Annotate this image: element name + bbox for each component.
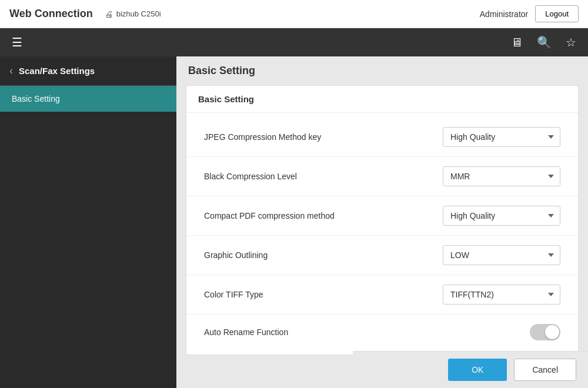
graphic-outlining-control: LOW MEDIUM HIGH [443, 245, 560, 265]
compact-pdf-dropdown[interactable]: High Quality Standard Low Quality [443, 206, 560, 226]
back-icon: ‹ [9, 65, 13, 76]
setting-row-auto-rename: Auto Rename Function [186, 315, 578, 350]
color-tiff-control: TIFF(TTN2) TIFF(TTN1) [443, 285, 560, 305]
auto-rename-toggle[interactable] [530, 324, 560, 340]
cancel-button[interactable]: Cancel [514, 359, 576, 381]
sidebar-item-basic-setting[interactable]: Basic Setting [0, 86, 176, 112]
color-tiff-label: Color TIFF Type [204, 290, 443, 299]
sidebar-header: ‹ Scan/Fax Settings [0, 56, 176, 86]
setting-row-graphic-outlining: Graphic Outlining LOW MEDIUM HIGH [186, 236, 578, 275]
toolbar-icons-right: 🖥 🔍 ☆ [506, 33, 581, 52]
setting-row-jpeg: JPEG Compression Method key High Quality… [186, 118, 578, 157]
device-name: bizhub C250i [116, 9, 161, 18]
graphic-outlining-dropdown[interactable]: LOW MEDIUM HIGH [443, 245, 560, 265]
back-button[interactable]: ‹ [9, 65, 13, 77]
toolbar-bar: ☰ 🖥 🔍 ☆ [0, 28, 588, 56]
color-tiff-dropdown[interactable]: TIFF(TTN2) TIFF(TTN1) [443, 285, 560, 305]
settings-card: Basic Setting JPEG Compression Method ke… [186, 85, 579, 355]
settings-rows: JPEG Compression Method key High Quality… [186, 113, 578, 354]
black-compression-label: Black Compression Level [204, 172, 443, 181]
black-compression-control: MMR MR MH Uncompressed [443, 166, 560, 186]
compact-pdf-label: Compact PDF compression method [204, 211, 443, 220]
bottom-bar: OK Cancel [353, 351, 588, 388]
sidebar: ‹ Scan/Fax Settings Basic Setting [0, 56, 176, 388]
header-right: Administrator Logout [480, 5, 579, 22]
setting-row-black-compression: Black Compression Level MMR MR MH Uncomp… [186, 157, 578, 196]
favorites-button[interactable]: ☆ [561, 33, 581, 52]
setting-row-color-tiff: Color TIFF Type TIFF(TTN2) TIFF(TTN1) [186, 275, 578, 315]
black-compression-dropdown[interactable]: MMR MR MH Uncompressed [443, 166, 560, 186]
logout-button[interactable]: Logout [535, 5, 579, 22]
device-info: 🖨 bizhub C250i [105, 9, 161, 19]
sidebar-item-label: Basic Setting [12, 94, 60, 103]
admin-label: Administrator [480, 9, 528, 19]
sidebar-title: Scan/Fax Settings [19, 66, 95, 76]
page-title: Basic Setting [176, 56, 588, 85]
content-area: Basic Setting Basic Setting JPEG Compres… [176, 56, 588, 388]
jpeg-compression-dropdown[interactable]: High Quality Standard Low Quality [443, 127, 560, 147]
main-layout: ‹ Scan/Fax Settings Basic Setting Basic … [0, 56, 588, 388]
top-header: Web Connection 🖨 bizhub C250i Administra… [0, 0, 588, 28]
jpeg-compression-control: High Quality Standard Low Quality [443, 127, 560, 147]
printer-icon: 🖨 [105, 9, 113, 19]
settings-card-header: Basic Setting [186, 86, 578, 113]
auto-rename-control [443, 324, 560, 340]
hamburger-icon: ☰ [12, 36, 22, 49]
search-button[interactable]: 🔍 [532, 33, 556, 52]
star-icon: ☆ [566, 36, 576, 49]
jpeg-compression-label: JPEG Compression Method key [204, 132, 443, 142]
ok-button[interactable]: OK [448, 359, 507, 381]
graphic-outlining-label: Graphic Outlining [204, 250, 443, 260]
auto-rename-label: Auto Rename Function [204, 327, 443, 337]
hamburger-button[interactable]: ☰ [7, 33, 27, 52]
setting-row-compact-pdf: Compact PDF compression method High Qual… [186, 196, 578, 236]
compact-pdf-control: High Quality Standard Low Quality [443, 206, 560, 226]
search-icon: 🔍 [537, 36, 552, 49]
monitor-button[interactable]: 🖥 [506, 34, 527, 52]
monitor-icon: 🖥 [511, 36, 523, 49]
logo-area: Web Connection 🖨 bizhub C250i [9, 8, 161, 20]
logo-text: Web Connection [9, 8, 93, 20]
